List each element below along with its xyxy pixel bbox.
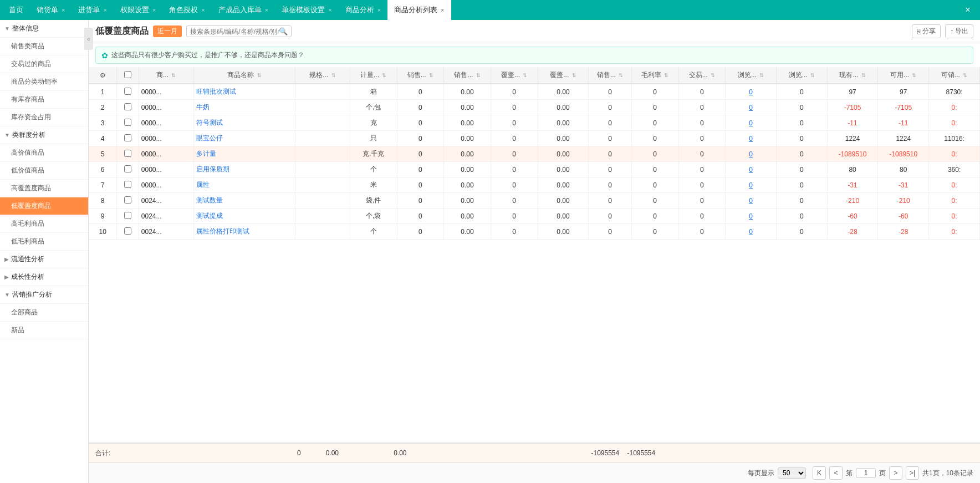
nav-tab-production[interactable]: 产成品入库单 × — [212, 0, 275, 20]
cell-name[interactable]: 多计量 — [193, 146, 295, 162]
nav-tab-template-close[interactable]: × — [328, 7, 331, 13]
col-header-browse2[interactable]: 浏览... ⇅ — [776, 67, 827, 84]
cell-check[interactable] — [117, 177, 139, 193]
col-stock1-sort[interactable]: ⇅ — [861, 73, 866, 78]
next-page-button[interactable]: > — [889, 466, 902, 480]
col-header-cover1[interactable]: 覆盖... ⇅ — [491, 67, 538, 84]
nav-tab-production-close[interactable]: × — [265, 7, 268, 13]
col-header-sales2[interactable]: 销售... ⇅ — [589, 67, 632, 84]
sidebar-section-growth[interactable]: ▶ 成长性分析 — [0, 268, 88, 286]
cell-check[interactable] — [117, 193, 139, 209]
col-trade-sort[interactable]: ⇅ — [711, 73, 715, 78]
cell-name[interactable]: 测试数量 — [193, 193, 295, 209]
nav-tab-roles-close[interactable]: × — [201, 7, 205, 13]
share-button[interactable]: ⎘ 分享 — [912, 24, 941, 38]
col-header-avail[interactable]: 可用... ⇅ — [878, 67, 929, 84]
select-all-checkbox[interactable] — [124, 71, 131, 78]
sidebar-item-category-rate[interactable]: 商品分类动销率 — [0, 73, 88, 91]
sidebar-collapse-button[interactable]: « — [84, 28, 93, 50]
nav-tab-purchase[interactable]: 进货单 × — [72, 0, 113, 20]
col-sales2-sort[interactable]: ⇅ — [619, 73, 623, 78]
cell-check[interactable] — [117, 131, 139, 146]
col-header-browse1[interactable]: 浏览... ⇅ — [726, 67, 777, 84]
export-button[interactable]: ↑ 导出 — [945, 24, 973, 38]
cell-browse1[interactable]: 0 — [726, 162, 777, 177]
col-cover1-sort[interactable]: ⇅ — [523, 73, 527, 78]
cell-name[interactable]: 牛奶 — [193, 100, 295, 115]
sidebar-item-in-stock[interactable]: 有库存商品 — [0, 91, 88, 109]
col-header-sales-amt[interactable]: 销售... ⇅ — [444, 67, 491, 84]
cell-name[interactable]: 测试提成 — [193, 209, 295, 224]
sidebar-item-high-gross[interactable]: 高毛利商品 — [0, 215, 88, 233]
nav-tab-analysis-list[interactable]: 商品分析列表 × — [387, 0, 451, 20]
row-checkbox[interactable] — [124, 212, 131, 219]
sidebar-item-traded-products[interactable]: 交易过的商品 — [0, 55, 88, 73]
cell-check[interactable] — [117, 224, 139, 240]
col-sales-amt-sort[interactable]: ⇅ — [476, 73, 481, 78]
row-checkbox[interactable] — [124, 119, 131, 126]
cell-browse1[interactable]: 0 — [726, 209, 777, 224]
nav-tab-permissions[interactable]: 权限设置 × — [114, 0, 162, 20]
row-checkbox[interactable] — [124, 181, 131, 188]
col-header-stock1[interactable]: 现有... ⇅ — [827, 67, 878, 84]
row-checkbox[interactable] — [124, 103, 131, 110]
window-close-button[interactable]: × — [958, 0, 978, 20]
last-page-button[interactable]: >| — [906, 466, 919, 480]
cell-browse1[interactable]: 0 — [726, 84, 777, 100]
col-browse1-sort[interactable]: ⇅ — [759, 73, 764, 78]
cell-browse1[interactable]: 0 — [726, 224, 777, 240]
row-checkbox[interactable] — [124, 134, 131, 141]
cell-browse1[interactable]: 0 — [726, 177, 777, 193]
nav-tab-template[interactable]: 单据模板设置 × — [275, 0, 338, 20]
page-number-input[interactable] — [856, 468, 876, 478]
row-checkbox[interactable] — [124, 150, 131, 157]
cell-check[interactable] — [117, 146, 139, 162]
col-spec-sort[interactable]: ⇅ — [331, 73, 336, 78]
cell-name[interactable]: 启用保质期 — [193, 162, 295, 177]
row-checkbox[interactable] — [124, 196, 131, 204]
sidebar-item-high-value[interactable]: 高价值商品 — [0, 144, 88, 162]
table-container[interactable]: ⚙ 商... ⇅ 商品名称 ⇅ — [89, 67, 980, 443]
sidebar-item-stock-fund[interactable]: 库存资金占用 — [0, 109, 88, 126]
nav-tab-sales[interactable]: 销货单 × — [30, 0, 72, 20]
nav-tab-sales-close[interactable]: × — [62, 7, 65, 13]
sidebar-item-new-products[interactable]: 新品 — [0, 322, 88, 339]
col-header-trade[interactable]: 交易... ⇅ — [678, 67, 726, 84]
cell-name[interactable]: 眼宝公仔 — [193, 131, 295, 146]
col-header-cover2[interactable]: 覆盖... ⇅ — [538, 67, 589, 84]
col-header-idx[interactable]: ⚙ — [89, 67, 117, 84]
col-header-gross[interactable]: 毛利率 ⇅ — [631, 67, 678, 84]
col-cover2-sort[interactable]: ⇅ — [572, 73, 576, 78]
col-header-saleable[interactable]: 可销... ⇅ — [929, 67, 980, 84]
col-header-check[interactable] — [117, 67, 139, 84]
cell-browse1[interactable]: 0 — [726, 115, 777, 131]
cell-check[interactable] — [117, 209, 139, 224]
nav-tab-home[interactable]: 首页 — [2, 0, 30, 20]
col-avail-sort[interactable]: ⇅ — [912, 73, 916, 78]
search-input[interactable] — [190, 28, 279, 35]
sidebar-item-low-gross[interactable]: 低毛利商品 — [0, 233, 88, 251]
cell-check[interactable] — [117, 162, 139, 177]
nav-tab-analysis-close[interactable]: × — [377, 7, 381, 13]
col-header-unit[interactable]: 计量... ⇅ — [350, 67, 397, 84]
first-page-button[interactable]: K — [813, 466, 826, 480]
sidebar-section-overall[interactable]: ▼ 整体信息 — [0, 20, 88, 38]
nav-tab-analysis[interactable]: 商品分析 × — [339, 0, 387, 20]
col-gross-sort[interactable]: ⇅ — [664, 73, 668, 78]
sidebar-item-low-value[interactable]: 低价值商品 — [0, 162, 88, 180]
col-header-sales-qty[interactable]: 销售... ⇅ — [397, 67, 444, 84]
cell-name[interactable]: 属性价格打印测试 — [193, 224, 295, 240]
cell-check[interactable] — [117, 115, 139, 131]
sidebar-section-marketing[interactable]: ▼ 营销推广分析 — [0, 286, 88, 304]
col-header-name[interactable]: 商品名称 ⇅ — [193, 67, 295, 84]
time-filter-button[interactable]: 近一月 — [153, 26, 182, 37]
row-checkbox[interactable] — [124, 165, 131, 172]
cell-name[interactable]: 属性 — [193, 177, 295, 193]
sidebar-item-low-coverage[interactable]: 低覆盖度商品 — [0, 197, 88, 215]
col-sales-qty-sort[interactable]: ⇅ — [429, 73, 433, 78]
col-browse2-sort[interactable]: ⇅ — [810, 73, 815, 78]
nav-tab-permissions-close[interactable]: × — [152, 7, 156, 13]
cell-name[interactable]: 符号测试 — [193, 115, 295, 131]
nav-tab-analysis-list-close[interactable]: × — [441, 7, 444, 13]
sidebar-item-sales-products[interactable]: 销售类商品 — [0, 38, 88, 55]
